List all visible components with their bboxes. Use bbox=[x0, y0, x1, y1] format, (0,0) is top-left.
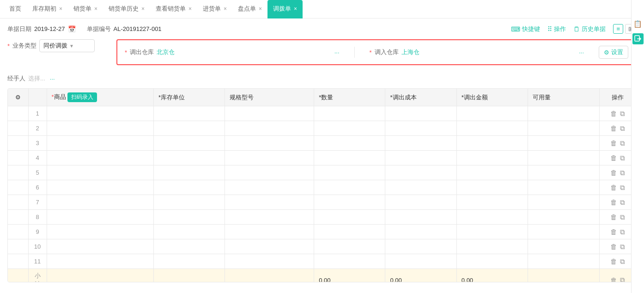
view-list-button[interactable]: ≡ bbox=[613, 24, 623, 34]
row-qty-cell[interactable] bbox=[314, 151, 385, 165]
row-unit-cell[interactable] bbox=[153, 151, 225, 165]
tab-close-view-sales[interactable]: × bbox=[188, 6, 192, 12]
row-cost-cell[interactable] bbox=[385, 151, 456, 165]
row-cost-cell[interactable] bbox=[385, 239, 456, 254]
row-copy-icon[interactable]: ⧉ bbox=[620, 169, 625, 177]
row-avail-cell[interactable] bbox=[528, 151, 599, 165]
row-cost-cell[interactable] bbox=[385, 136, 456, 151]
row-product-cell[interactable] bbox=[47, 239, 153, 254]
row-avail-cell[interactable] bbox=[528, 210, 599, 225]
row-delete-icon[interactable]: 🗑 bbox=[610, 183, 617, 191]
row-spec-cell[interactable] bbox=[225, 254, 314, 269]
row-delete-icon[interactable]: 🗑 bbox=[610, 110, 617, 117]
row-copy-icon[interactable]: ⧉ bbox=[620, 183, 625, 192]
tab-sales-history[interactable]: 销货单历史 × bbox=[103, 0, 150, 18]
row-delete-icon[interactable]: 🗑 bbox=[610, 169, 617, 177]
row-qty-cell[interactable] bbox=[314, 136, 385, 151]
row-cost-cell[interactable] bbox=[385, 195, 456, 210]
row-cost-cell[interactable] bbox=[385, 180, 456, 195]
tab-close-purchase[interactable]: × bbox=[224, 6, 227, 12]
row-product-cell[interactable] bbox=[47, 106, 153, 121]
row-cost-cell[interactable] bbox=[385, 210, 456, 225]
row-spec-cell[interactable] bbox=[225, 151, 314, 165]
row-copy-icon[interactable]: ⧉ bbox=[620, 198, 625, 207]
row-product-cell[interactable] bbox=[47, 165, 153, 180]
row-qty-cell[interactable] bbox=[314, 106, 385, 121]
row-delete-icon[interactable]: 🗑 bbox=[610, 154, 617, 162]
tab-close-inventory-init[interactable]: × bbox=[59, 6, 62, 12]
row-amount-cell[interactable] bbox=[456, 106, 528, 121]
row-qty-cell[interactable] bbox=[314, 180, 385, 195]
tab-close-sales-order[interactable]: × bbox=[94, 6, 97, 12]
row-amount-cell[interactable] bbox=[456, 180, 528, 195]
to-warehouse-more[interactable]: ··· bbox=[579, 49, 584, 56]
col-gear-header[interactable]: ⚙ bbox=[8, 89, 28, 106]
row-amount-cell[interactable] bbox=[456, 195, 528, 210]
row-spec-cell[interactable] bbox=[225, 225, 314, 239]
tab-purchase[interactable]: 进货单 × bbox=[197, 0, 232, 18]
row-unit-cell[interactable] bbox=[153, 136, 225, 151]
row-cost-cell[interactable] bbox=[385, 121, 456, 136]
row-product-cell[interactable] bbox=[47, 151, 153, 165]
row-cost-cell[interactable] bbox=[385, 254, 456, 269]
row-amount-cell[interactable] bbox=[456, 254, 528, 269]
row-spec-cell[interactable] bbox=[225, 195, 314, 210]
row-avail-cell[interactable] bbox=[528, 239, 599, 254]
row-unit-cell[interactable] bbox=[153, 180, 225, 195]
row-avail-cell[interactable] bbox=[528, 106, 599, 121]
person-value[interactable]: 选择... bbox=[28, 74, 45, 83]
row-copy-icon[interactable]: ⧉ bbox=[620, 139, 625, 147]
row-copy-icon[interactable]: ⧉ bbox=[620, 110, 625, 118]
row-cost-cell[interactable] bbox=[385, 225, 456, 239]
tab-inventory-check[interactable]: 盘点单 × bbox=[232, 0, 267, 18]
tab-sales-order[interactable]: 销货单 × bbox=[68, 0, 103, 18]
row-qty-cell[interactable] bbox=[314, 210, 385, 225]
tab-transfer[interactable]: 调拨单 × bbox=[267, 0, 303, 18]
row-copy-icon[interactable]: ⧉ bbox=[620, 257, 625, 266]
row-delete-icon[interactable]: 🗑 bbox=[610, 198, 617, 206]
row-delete-icon[interactable]: 🗑 bbox=[610, 257, 617, 265]
row-delete-icon[interactable]: 🗑 bbox=[610, 228, 617, 236]
tab-close-inventory-check[interactable]: × bbox=[259, 6, 262, 12]
tab-home[interactable]: 首页 bbox=[4, 0, 27, 18]
row-avail-cell[interactable] bbox=[528, 136, 599, 151]
from-warehouse-more[interactable]: ··· bbox=[334, 49, 340, 56]
row-unit-cell[interactable] bbox=[153, 254, 225, 269]
row-amount-cell[interactable] bbox=[456, 165, 528, 180]
settings-button[interactable]: ⚙ 设置 bbox=[599, 46, 628, 59]
row-amount-cell[interactable] bbox=[456, 151, 528, 165]
row-spec-cell[interactable] bbox=[225, 239, 314, 254]
row-copy-icon[interactable]: ⧉ bbox=[620, 124, 625, 133]
row-qty-cell[interactable] bbox=[314, 195, 385, 210]
row-amount-cell[interactable] bbox=[456, 121, 528, 136]
tab-view-sales[interactable]: 查看销货单 × bbox=[150, 0, 197, 18]
row-unit-cell[interactable] bbox=[153, 239, 225, 254]
sidebar-doc-icon[interactable]: 📋 bbox=[632, 18, 644, 30]
row-qty-cell[interactable] bbox=[314, 254, 385, 269]
row-spec-cell[interactable] bbox=[225, 106, 314, 121]
row-unit-cell[interactable] bbox=[153, 106, 225, 121]
row-amount-cell[interactable] bbox=[456, 225, 528, 239]
row-product-cell[interactable] bbox=[47, 254, 153, 269]
row-copy-icon[interactable]: ⧉ bbox=[620, 213, 625, 221]
business-type-select[interactable]: 同价调拨 ▼ bbox=[39, 39, 95, 52]
from-warehouse-value[interactable]: 北京仓 bbox=[157, 48, 332, 56]
row-avail-cell[interactable] bbox=[528, 254, 599, 269]
row-delete-icon[interactable]: 🗑 bbox=[610, 139, 617, 147]
row-product-cell[interactable] bbox=[47, 136, 153, 151]
row-copy-icon[interactable]: ⧉ bbox=[620, 243, 625, 251]
row-avail-cell[interactable] bbox=[528, 121, 599, 136]
row-qty-cell[interactable] bbox=[314, 225, 385, 239]
row-spec-cell[interactable] bbox=[225, 121, 314, 136]
history-button[interactable]: 🗒 历史单据 bbox=[573, 25, 606, 33]
tab-close-sales-history[interactable]: × bbox=[141, 6, 145, 12]
row-unit-cell[interactable] bbox=[153, 195, 225, 210]
calendar-icon[interactable]: 📅 bbox=[68, 25, 76, 33]
row-delete-icon[interactable]: 🗑 bbox=[610, 243, 617, 250]
row-spec-cell[interactable] bbox=[225, 180, 314, 195]
row-qty-cell[interactable] bbox=[314, 239, 385, 254]
row-unit-cell[interactable] bbox=[153, 225, 225, 239]
row-avail-cell[interactable] bbox=[528, 195, 599, 210]
operations-button[interactable]: ⠿ 操作 bbox=[547, 25, 566, 33]
row-product-cell[interactable] bbox=[47, 210, 153, 225]
